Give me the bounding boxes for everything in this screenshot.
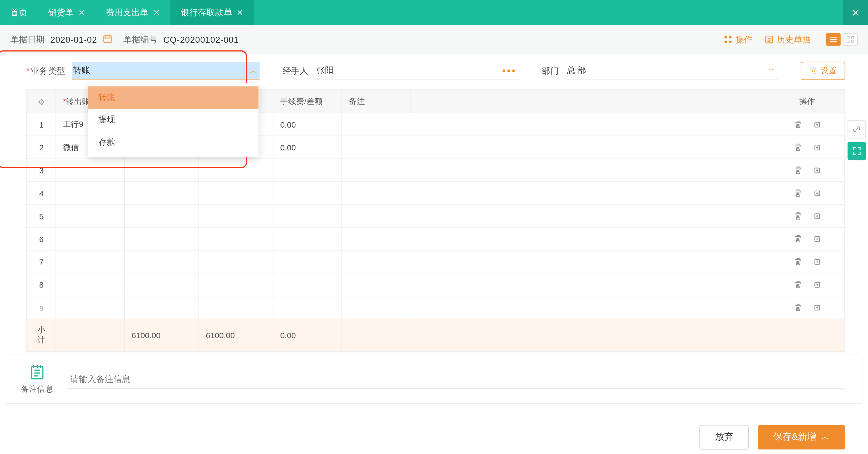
cell-fee[interactable] bbox=[273, 250, 342, 273]
date-value[interactable]: 2020-01-02 bbox=[50, 35, 97, 44]
svg-rect-4 bbox=[729, 41, 731, 43]
ops-label: 操作 bbox=[735, 34, 753, 45]
cell-remark[interactable] bbox=[342, 296, 770, 319]
form-row: *业务类型 ︿ 转账 提现 存款 经手人 ••• 部门 ﹀ 设置 bbox=[0, 54, 868, 86]
cell-fee[interactable] bbox=[273, 159, 342, 181]
dropdown-option[interactable]: 存款 bbox=[88, 131, 258, 154]
close-icon[interactable]: ✕ bbox=[153, 8, 160, 17]
cell-out-amt[interactable] bbox=[124, 159, 199, 181]
cell-fee[interactable] bbox=[273, 182, 342, 205]
delete-row-button[interactable] bbox=[794, 143, 802, 151]
dept-label: 部门 bbox=[542, 66, 559, 76]
cell-fee[interactable] bbox=[273, 205, 342, 227]
cell-out-amt[interactable] bbox=[124, 182, 199, 205]
dropdown-option[interactable]: 转账 bbox=[88, 86, 258, 109]
cell-out-acct[interactable] bbox=[56, 182, 124, 205]
tab[interactable]: 销货单✕ bbox=[38, 0, 95, 25]
cell-in-amt[interactable] bbox=[199, 296, 273, 319]
view-card-button[interactable] bbox=[843, 33, 858, 46]
close-icon bbox=[851, 8, 860, 17]
cell-remark[interactable] bbox=[342, 250, 770, 273]
history-button[interactable]: 历史单据 bbox=[762, 34, 815, 45]
tab[interactable]: 费用支出单✕ bbox=[95, 0, 170, 25]
delete-row-button[interactable] bbox=[794, 280, 802, 289]
gear-header[interactable]: ⚙ bbox=[27, 90, 56, 113]
delete-row-button[interactable] bbox=[794, 257, 802, 266]
note-icon bbox=[29, 364, 46, 381]
cell-in-amt[interactable] bbox=[199, 250, 273, 273]
cell-out-acct[interactable] bbox=[56, 250, 124, 273]
copy-row-button[interactable] bbox=[812, 189, 821, 197]
cell-fee[interactable]: 0.00 bbox=[273, 136, 342, 159]
expand-button[interactable] bbox=[848, 142, 866, 160]
cell-fee[interactable] bbox=[273, 227, 342, 250]
link-button[interactable] bbox=[848, 120, 866, 138]
cell-in-amt[interactable] bbox=[199, 159, 273, 181]
cell-out-amt[interactable] bbox=[124, 205, 199, 227]
cell-out-acct[interactable] bbox=[56, 227, 124, 250]
cell-in-amt[interactable] bbox=[199, 182, 273, 205]
cell-out-amt[interactable] bbox=[124, 296, 199, 319]
close-icon[interactable]: ✕ bbox=[237, 8, 243, 17]
cell-in-amt[interactable] bbox=[199, 273, 273, 296]
save-new-button[interactable]: 保存&新增 ︿ bbox=[758, 425, 845, 449]
copy-row-button[interactable] bbox=[812, 166, 821, 174]
settings-button[interactable]: 设置 bbox=[801, 62, 845, 80]
copy-row-button[interactable] bbox=[812, 257, 821, 266]
copy-row-button[interactable] bbox=[812, 143, 821, 151]
copy-row-button[interactable] bbox=[812, 212, 821, 220]
calendar-icon[interactable] bbox=[103, 34, 112, 45]
more-icon[interactable]: ••• bbox=[502, 65, 516, 77]
copy-row-button[interactable] bbox=[812, 120, 821, 129]
subtotal-fee: 0.00 bbox=[273, 319, 342, 351]
delete-row-button[interactable] bbox=[794, 189, 802, 197]
remark-input[interactable] bbox=[68, 370, 845, 389]
view-list-button[interactable] bbox=[826, 33, 841, 46]
close-icon[interactable]: ✕ bbox=[78, 8, 85, 17]
cell-remark[interactable] bbox=[342, 182, 770, 205]
cell-out-amt[interactable] bbox=[124, 273, 199, 296]
copy-row-button[interactable] bbox=[812, 280, 821, 289]
cell-out-acct[interactable] bbox=[56, 159, 124, 181]
cell-remark[interactable] bbox=[342, 273, 770, 296]
cell-out-amt[interactable] bbox=[124, 227, 199, 250]
delete-row-button[interactable] bbox=[794, 212, 802, 220]
copy-row-button[interactable] bbox=[812, 303, 821, 312]
cell-remark[interactable] bbox=[342, 159, 770, 181]
cell-in-amt[interactable] bbox=[199, 205, 273, 227]
cell-fee[interactable]: 0.00 bbox=[273, 113, 342, 136]
ops-button[interactable]: 操作 bbox=[720, 34, 756, 45]
cell-remark[interactable] bbox=[342, 205, 770, 227]
row-index: 6 bbox=[27, 227, 56, 250]
delete-row-button[interactable] bbox=[794, 234, 802, 243]
svg-rect-0 bbox=[104, 36, 111, 42]
dept-input[interactable] bbox=[565, 62, 777, 79]
dropdown-option[interactable]: 提现 bbox=[88, 109, 258, 131]
subtotal-row: 小计 6100.00 6100.00 0.00 bbox=[27, 319, 844, 351]
cell-fee[interactable] bbox=[273, 273, 342, 296]
delete-row-button[interactable] bbox=[794, 120, 802, 129]
cell-out-acct[interactable] bbox=[56, 205, 124, 227]
cell-out-acct[interactable] bbox=[56, 273, 124, 296]
row-index: 5 bbox=[27, 205, 56, 227]
side-rail bbox=[848, 120, 868, 160]
table-row: 9 bbox=[27, 296, 844, 319]
cell-out-amt[interactable] bbox=[124, 250, 199, 273]
delete-row-button[interactable] bbox=[794, 166, 802, 174]
cell-remark[interactable] bbox=[342, 227, 770, 250]
close-panel-button[interactable] bbox=[843, 0, 868, 25]
copy-row-button[interactable] bbox=[812, 234, 821, 243]
cell-fee[interactable] bbox=[273, 296, 342, 319]
svg-rect-3 bbox=[725, 41, 727, 43]
col-remark: 备注 bbox=[342, 90, 410, 113]
biz-type-input[interactable] bbox=[72, 62, 260, 79]
tab[interactable]: 银行存取款单✕ bbox=[170, 0, 254, 25]
discard-button[interactable]: 放弃 bbox=[699, 425, 749, 449]
cell-remark[interactable] bbox=[342, 113, 770, 136]
tab[interactable]: 首页 bbox=[0, 0, 38, 25]
delete-row-button[interactable] bbox=[794, 303, 802, 312]
cell-out-acct[interactable] bbox=[56, 296, 124, 319]
handler-input[interactable] bbox=[315, 62, 518, 79]
cell-in-amt[interactable] bbox=[199, 227, 273, 250]
cell-remark[interactable] bbox=[342, 136, 770, 159]
